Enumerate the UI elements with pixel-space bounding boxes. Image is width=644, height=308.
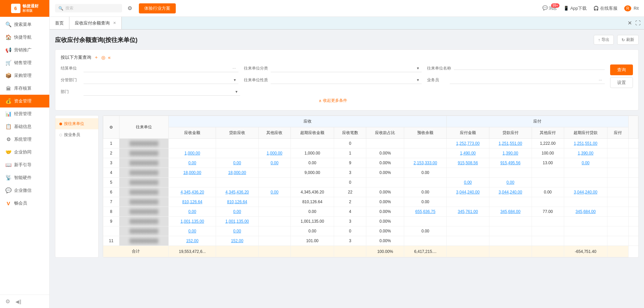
table-cell[interactable]: 1,001,135.00: [216, 217, 259, 226]
table-cell[interactable]: 810,126.64: [169, 197, 216, 207]
table-cell[interactable]: 0.00: [169, 158, 216, 168]
sidebar-item-warehouse[interactable]: 🏛 库存核算: [0, 82, 49, 95]
table-cell[interactable]: [169, 139, 216, 148]
table-cell[interactable]: 3,044,240.00: [446, 187, 489, 197]
table-cell[interactable]: [216, 148, 259, 158]
table-cell: [258, 207, 290, 217]
settlement-unit-input[interactable]: ···: [84, 64, 238, 72]
sidebar-item-guide[interactable]: 📖 新手引导: [0, 159, 49, 171]
tab-ar-ap[interactable]: 应收应付余额查询 ✕: [69, 17, 122, 29]
settings-icon[interactable]: ⚙: [5, 298, 10, 305]
filter-collapse-icon[interactable]: «: [108, 55, 111, 60]
table-cell[interactable]: 1,251,551.00: [564, 139, 607, 148]
collapse-icon[interactable]: ◀‖: [15, 299, 21, 304]
table-cell[interactable]: 0.00: [446, 178, 489, 187]
left-panel-item-by-partner[interactable]: 按往来单位: [55, 118, 98, 129]
user-menu[interactable]: R Rit: [624, 6, 639, 11]
header-search-box[interactable]: 🔍 搜索: [55, 4, 122, 12]
filter-settings-icon[interactable]: ◎: [101, 55, 105, 60]
table-cell[interactable]: 1,390.00: [489, 148, 532, 158]
table-cell[interactable]: 1,390.00: [564, 148, 607, 158]
table-cell[interactable]: 0.00: [169, 207, 216, 217]
table-cell[interactable]: 0.00: [216, 158, 259, 168]
table-cell[interactable]: 4,345,436.20: [169, 187, 216, 197]
app-download-button[interactable]: 📱 App下载: [564, 5, 587, 11]
guide-icon: 📖: [5, 162, 11, 168]
sidebar-item-finance[interactable]: 💰 资金管理: [0, 95, 49, 107]
tab-expand-icon[interactable]: ⛶: [635, 20, 641, 26]
table-cell[interactable]: 0.00: [489, 178, 532, 187]
table-cell[interactable]: 915,508.56: [446, 158, 489, 168]
table-cell[interactable]: 345,761.00: [446, 207, 489, 217]
table-cell[interactable]: 915,495.56: [489, 158, 532, 168]
refresh-button[interactable]: ↻ 刷新: [617, 35, 639, 45]
table-cell[interactable]: 0.00: [564, 158, 607, 168]
sidebar-item-cooperation[interactable]: 🤝 企业协同: [0, 146, 49, 159]
online-service-button[interactable]: 🎧 在线客服: [593, 5, 618, 11]
table-cell[interactable]: 810,126.64: [216, 197, 259, 207]
footer-advance[interactable]: 6,417,215....: [404, 246, 447, 257]
table-cell[interactable]: 0.00: [216, 226, 259, 236]
by-salesperson-label: 按业务员: [64, 132, 80, 138]
table-cell[interactable]: 1,251,551.00: [489, 139, 532, 148]
promo-button[interactable]: 体验行业方案: [139, 3, 176, 13]
table-cell[interactable]: [216, 139, 259, 148]
col-loan-ar: 贷款应收: [216, 127, 259, 139]
sidebar-item-purchase[interactable]: 📦 采购管理: [0, 69, 49, 82]
table-cell[interactable]: 1,000.00: [169, 148, 216, 158]
sidebar-item-member[interactable]: V 畅会员: [0, 197, 49, 210]
add-filter-icon[interactable]: ＋: [94, 54, 99, 60]
table-cell[interactable]: 1,490.00: [446, 148, 489, 158]
sidebar-item-basic-info[interactable]: 📋 基础信息: [0, 120, 49, 133]
sidebar-item-sales[interactable]: 🛒 销售管理: [0, 56, 49, 69]
table-cell[interactable]: 345,684.00: [489, 207, 532, 217]
table-footer-row: 合计 19,553,472,6... 100.00% 6,417,215....: [103, 246, 638, 257]
collapse-more-btn[interactable]: ∧ 收起更多条件: [61, 96, 605, 105]
table-cell[interactable]: 0.00: [258, 187, 290, 197]
col-settings[interactable]: ⚙: [103, 116, 119, 139]
tab-home[interactable]: 首页: [50, 17, 69, 29]
table-cell[interactable]: 345,684.00: [564, 207, 607, 217]
table-cell[interactable]: [216, 178, 259, 187]
table-cell[interactable]: 18,000.00: [169, 168, 216, 178]
table-cell: ██████████: [119, 217, 169, 226]
sidebar-item-marketing[interactable]: 📢 营销推广: [0, 44, 49, 56]
export-button[interactable]: ↑ 导出: [594, 35, 614, 45]
sidebar-item-operation[interactable]: 📊 经营管理: [0, 107, 49, 120]
query-button[interactable]: 查询: [610, 64, 633, 75]
chevron-down-icon: ▾: [234, 78, 236, 82]
partner-name-input[interactable]: [454, 67, 605, 70]
left-panel-item-by-salesperson[interactable]: 按业务员: [55, 129, 98, 140]
table-cell[interactable]: 0.00: [216, 207, 259, 217]
table-cell[interactable]: [169, 178, 216, 187]
table-cell[interactable]: 1,000.00: [258, 148, 290, 158]
table-cell[interactable]: 18,000.00: [216, 168, 259, 178]
table-cell[interactable]: 3,044,240.00: [489, 187, 532, 197]
set-button[interactable]: 设置: [610, 77, 633, 88]
message-button[interactable]: 💬 消息 99+: [542, 5, 557, 11]
partner-nature-select[interactable]: ▾: [271, 76, 422, 84]
table-cell[interactable]: 1,001,135.00: [169, 217, 216, 226]
table-cell[interactable]: 0.00: [169, 226, 216, 236]
table-cell[interactable]: 3,044,240.00: [564, 187, 607, 197]
partner-category-select[interactable]: ▾: [271, 64, 422, 72]
footer-ar-total[interactable]: 19,553,472,6...: [169, 246, 216, 257]
table-cell[interactable]: 4,345,436.20: [216, 187, 259, 197]
table-cell[interactable]: 152.00: [216, 236, 259, 246]
table-cell[interactable]: 1,252,773.00: [446, 139, 489, 148]
dept-select[interactable]: ▾: [84, 88, 240, 96]
salesperson-input[interactable]: ···: [450, 76, 605, 84]
sidebar-item-search-menu[interactable]: 🔍 搜索菜单: [0, 18, 49, 31]
branch-dept-select[interactable]: ▾: [84, 76, 238, 84]
sidebar-item-system[interactable]: ⚙ 系统管理: [0, 133, 49, 146]
table-cell: 0.00: [290, 207, 334, 217]
table-cell[interactable]: 152.00: [169, 236, 216, 246]
sidebar-item-quick-nav[interactable]: 🏠 快捷导航: [0, 31, 49, 44]
sidebar-item-smart-hw[interactable]: 📡 智能硬件: [0, 171, 49, 184]
table-cell[interactable]: 0.00: [258, 158, 290, 168]
header-gear-icon[interactable]: ⚙: [127, 5, 132, 11]
tab-close-all-icon[interactable]: ✕: [628, 20, 632, 26]
tab-close-icon[interactable]: ✕: [113, 21, 116, 25]
col-ap-more: 应付: [607, 127, 629, 139]
sidebar-item-weixin[interactable]: 💬 企业微信: [0, 184, 49, 197]
